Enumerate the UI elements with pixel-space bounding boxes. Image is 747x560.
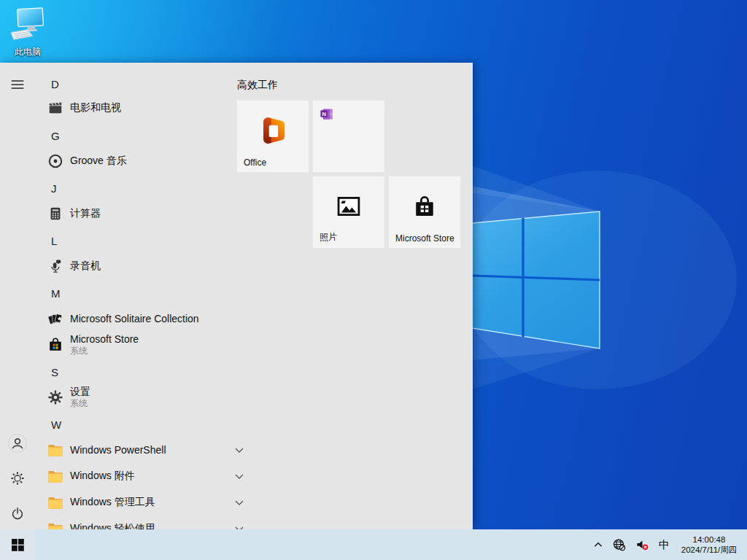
- chevron-up-icon: [593, 540, 603, 549]
- windows-logo-icon: [12, 539, 24, 551]
- svg-text:N: N: [322, 111, 325, 117]
- volume-button[interactable]: [633, 537, 651, 553]
- tile-label: Microsoft Store: [395, 233, 454, 244]
- start-menu: D 电影和电视 G Groove 音乐 J: [0, 63, 473, 529]
- start-button[interactable]: [0, 529, 35, 560]
- tile-microsoft-store[interactable]: Microsoft Store: [388, 176, 461, 249]
- desktop-icon-label: 此电脑: [6, 46, 50, 58]
- globe-no-internet-icon: [613, 538, 626, 551]
- system-tray: 中 14:00:48 2024/7/11/周四: [591, 529, 747, 560]
- desktop-icon-this-pc[interactable]: 此电脑: [6, 7, 50, 58]
- network-status-button[interactable]: [611, 537, 628, 553]
- this-pc-icon: [8, 7, 47, 42]
- tile-group-title[interactable]: 高效工作: [237, 79, 278, 92]
- tile-office[interactable]: Office: [236, 100, 309, 173]
- tile-label: 照片: [320, 231, 337, 244]
- start-menu-tiles: 高效工作: [0, 63, 473, 529]
- store-bag-icon: [411, 193, 438, 222]
- photos-icon: [335, 194, 363, 222]
- ime-indicator[interactable]: 中: [657, 537, 672, 553]
- tile-photos[interactable]: 照片: [312, 176, 385, 249]
- taskbar-clock[interactable]: 14:00:48 2024/7/11/周四: [677, 534, 741, 555]
- office-icon: [258, 115, 288, 149]
- taskbar: 中 14:00:48 2024/7/11/周四: [0, 529, 747, 560]
- speaker-muted-icon: [635, 538, 649, 551]
- clock-date: 2024/7/11/周四: [677, 545, 741, 555]
- clock-time: 14:00:48: [677, 534, 741, 545]
- onenote-icon: N: [320, 107, 333, 124]
- tray-overflow-button[interactable]: [591, 539, 605, 551]
- tile-label: Office: [244, 158, 266, 168]
- tile-onenote[interactable]: N: [312, 100, 385, 173]
